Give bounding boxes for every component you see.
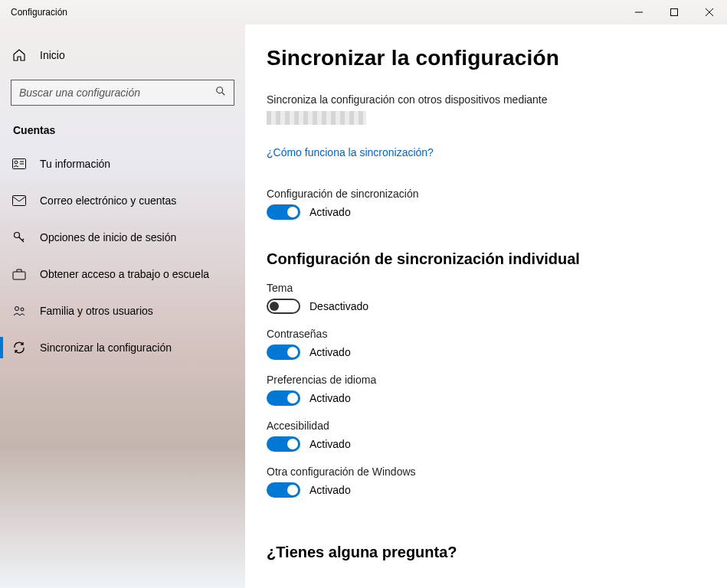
sidebar-item-label: Tu información [40,158,110,170]
minimize-button[interactable] [621,0,657,24]
close-button[interactable] [692,0,727,24]
setting-label-contrasenas: Contraseñas [267,328,706,340]
toggle-state: Desactivado [309,300,368,312]
window-title: Configuración [11,7,67,18]
individual-sync-heading: Configuración de sincronización individu… [267,250,706,268]
svg-point-4 [217,87,223,93]
toggle-state: Activado [309,392,351,404]
sync-description: Sincroniza la configuración con otros di… [267,92,706,108]
setting-label-idioma: Preferencias de idioma [267,374,706,386]
svg-point-11 [15,233,20,238]
main-content: Sincronizar la configuración Sincroniza … [245,24,727,588]
setting-label-otra: Otra configuración de Windows [267,466,706,478]
svg-point-16 [21,308,24,311]
svg-line-5 [222,93,225,96]
minimize-icon [635,8,643,16]
sidebar-item-tu-informacion[interactable]: Tu información [0,149,245,179]
svg-line-13 [22,239,24,240]
toggle-idioma[interactable] [267,390,300,406]
search-input[interactable] [11,80,234,106]
close-icon [706,8,713,16]
sidebar-item-sincronizar[interactable]: Sincronizar la configuración [0,332,245,363]
section-cuentas: Cuentas [0,113,245,145]
sidebar-item-opciones-inicio[interactable]: Opciones de inicio de sesión [0,222,245,253]
sidebar-item-label: Correo electrónico y cuentas [40,194,176,207]
titlebar: Configuración [0,0,727,24]
how-sync-works-link[interactable]: ¿Cómo funciona la sincronización? [267,146,434,158]
toggle-state: Activado [309,438,351,450]
svg-rect-14 [13,272,25,279]
user-card-icon [12,157,26,171]
search-field[interactable] [19,87,215,99]
toggle-contrasenas[interactable] [267,345,300,360]
home-label: Inicio [40,49,65,61]
toggle-otra[interactable] [267,482,300,498]
toggle-tema[interactable] [267,299,300,314]
sync-settings-toggle[interactable] [267,204,300,220]
setting-label-accesibilidad: Accesibilidad [267,420,706,432]
sidebar: Inicio Cuentas Tu información [0,24,245,588]
sidebar-item-correo[interactable]: Correo electrónico y cuentas [0,185,245,216]
briefcase-icon [12,267,26,281]
sidebar-item-trabajo-escuela[interactable]: Obtener acceso a trabajo o escuela [0,259,245,289]
question-heading: ¿Tienes alguna pregunta? [267,544,706,561]
sidebar-item-label: Opciones de inicio de sesión [40,231,176,243]
maximize-icon [670,8,678,16]
key-icon [12,230,26,244]
svg-point-15 [15,307,19,311]
home-icon [12,48,26,62]
account-email-redacted [267,111,366,125]
maximize-button[interactable] [657,0,692,24]
toggle-accesibilidad[interactable] [267,436,300,452]
setting-label-tema: Tema [267,282,706,294]
home-link[interactable]: Inicio [0,40,245,70]
svg-rect-10 [13,196,26,206]
toggle-state: Activado [309,484,351,496]
window-controls [621,0,727,24]
sidebar-item-label: Familia y otros usuarios [40,305,153,317]
svg-point-7 [15,161,18,164]
sidebar-item-label: Sincronizar la configuración [40,341,172,354]
search-icon [215,86,226,100]
sync-icon [12,341,26,354]
mail-icon [12,194,26,207]
people-icon [12,304,26,318]
svg-rect-1 [671,9,678,16]
page-title: Sincronizar la configuración [267,46,706,70]
toggle-state: Activado [309,206,351,218]
sidebar-item-familia[interactable]: Familia y otros usuarios [0,296,245,326]
toggle-state: Activado [309,346,351,358]
sync-settings-label: Configuración de sincronización [267,188,706,200]
sidebar-item-label: Obtener acceso a trabajo o escuela [40,268,209,280]
